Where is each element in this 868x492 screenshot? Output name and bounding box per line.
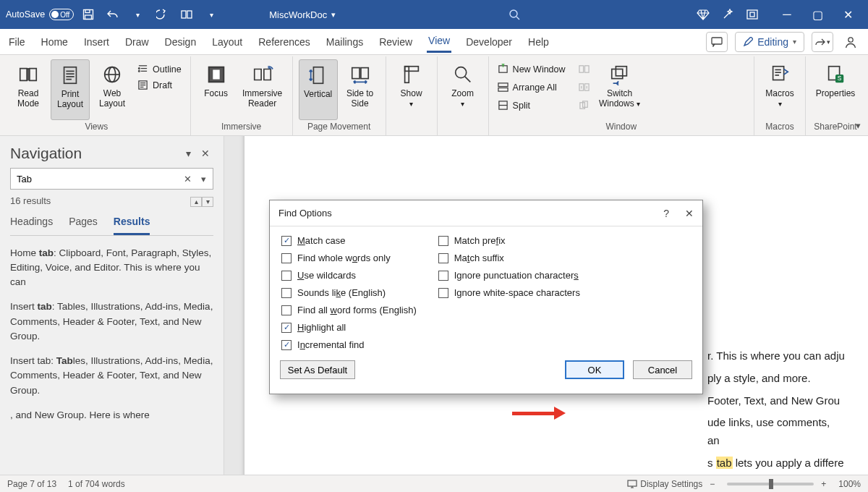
new-window-button[interactable]: New Window — [495, 62, 569, 76]
svg-rect-7 — [750, 12, 754, 17]
status-page[interactable]: Page 7 of 13 — [7, 479, 56, 489]
checkbox-option[interactable]: Match suffix — [438, 253, 580, 263]
nav-tab-headings[interactable]: Headings — [10, 213, 53, 235]
checkbox-label: Highlight all — [297, 322, 346, 333]
checkbox-option[interactable]: Find whole words only — [281, 253, 417, 263]
dialog-help-icon[interactable]: ? — [663, 208, 669, 219]
draft-button[interactable]: Draft — [135, 78, 184, 92]
svg-rect-47 — [611, 69, 622, 79]
tab-help[interactable]: Help — [527, 32, 550, 52]
checkbox-option[interactable]: Ignore punctuation characters — [438, 270, 580, 281]
checkbox-label: Use wildcards — [297, 270, 356, 281]
search-dropdown-icon[interactable]: ▾ — [196, 171, 210, 187]
redo-icon[interactable] — [152, 4, 172, 25]
nav-title: Navigation — [10, 145, 82, 162]
checkbox-option[interactable]: ✓Highlight all — [281, 322, 417, 333]
autosave-toggle[interactable]: AutoSave Off — [6, 9, 74, 20]
read-mode-button[interactable]: Read Mode — [9, 59, 48, 120]
undo-dropdown-icon[interactable]: ▾ — [127, 4, 148, 25]
minimize-icon[interactable]: ─ — [773, 4, 801, 25]
document-title[interactable]: MiscWorkDoc ▾ — [269, 9, 336, 20]
zoom-button[interactable]: Zoom▾ — [443, 59, 482, 120]
sync-scroll-button — [576, 80, 592, 94]
close-icon[interactable]: ✕ — [833, 4, 862, 25]
editing-mode-button[interactable]: Editing ▾ — [735, 32, 804, 52]
zoom-slider[interactable] — [727, 483, 814, 485]
next-result-icon[interactable]: ▾ — [202, 197, 213, 207]
clear-search-icon[interactable]: ✕ — [180, 171, 195, 187]
svg-rect-56 — [628, 480, 637, 486]
app-icon[interactable] — [742, 4, 762, 25]
nav-close-icon[interactable]: ✕ — [197, 145, 213, 161]
nav-tab-results[interactable]: Results — [114, 213, 150, 235]
qat-overflow-icon[interactable]: ▾ — [201, 4, 221, 25]
checkbox-icon — [438, 236, 448, 246]
side-to-side-button[interactable]: Side to Side — [341, 59, 380, 120]
svg-rect-4 — [187, 11, 192, 18]
collapse-ribbon-icon[interactable]: ▾ — [856, 120, 861, 131]
svg-rect-10 — [64, 67, 77, 84]
svg-point-21 — [138, 68, 140, 69]
checkbox-option[interactable]: Match prefix — [438, 235, 580, 246]
list-item[interactable]: Insert tab: Tables, Illustrations, Add-i… — [10, 300, 213, 344]
undo-icon[interactable] — [103, 4, 123, 25]
tab-references[interactable]: References — [257, 32, 312, 52]
qat-icon[interactable] — [176, 4, 197, 25]
zoom-in-icon[interactable]: + — [821, 479, 831, 489]
tab-home[interactable]: Home — [40, 32, 69, 52]
tab-design[interactable]: Design — [163, 32, 198, 52]
list-item[interactable]: , and New Group. Here is where — [10, 408, 213, 423]
wand-icon[interactable] — [718, 4, 738, 25]
immersive-reader-button[interactable]: Immersive Reader — [239, 59, 286, 120]
arrange-all-button[interactable]: Arrange All — [495, 80, 569, 94]
checkbox-option[interactable]: ✓Match case — [281, 235, 417, 246]
tab-layout[interactable]: Layout — [210, 32, 244, 52]
checkbox-icon: ✓ — [281, 340, 292, 350]
checkbox-option[interactable]: Ignore white-space characters — [438, 287, 580, 298]
tab-review[interactable]: Review — [378, 32, 414, 52]
checkbox-option[interactable]: Sounds like (English) — [281, 287, 417, 298]
list-item[interactable]: Home tab: Clipboard, Font, Paragraph, St… — [10, 246, 213, 290]
outline-button[interactable]: Outline — [135, 62, 184, 76]
dialog-close-icon[interactable]: ✕ — [685, 208, 694, 219]
tab-mailings[interactable]: Mailings — [325, 32, 365, 52]
switch-windows-button[interactable]: Switch Windows ▾ — [595, 59, 644, 120]
ok-button[interactable]: OK — [565, 360, 624, 379]
vertical-button[interactable]: Vertical — [299, 59, 338, 120]
tab-insert[interactable]: Insert — [82, 32, 111, 52]
diamond-icon[interactable] — [693, 4, 713, 25]
tab-developer[interactable]: Developer — [464, 32, 514, 52]
account-icon[interactable] — [841, 32, 861, 52]
list-item[interactable]: Insert tab: Tables, Illustrations, Add-i… — [10, 354, 213, 398]
tab-view[interactable]: View — [427, 30, 451, 53]
nav-tab-pages[interactable]: Pages — [69, 213, 98, 235]
show-button[interactable]: Show▾ — [392, 59, 431, 120]
focus-button[interactable]: Focus — [197, 59, 236, 120]
status-words[interactable]: 1 of 704 words — [68, 479, 125, 489]
comments-button[interactable] — [706, 32, 728, 52]
share-button[interactable]: ▾ — [812, 32, 833, 52]
print-layout-button[interactable]: Print Layout — [51, 59, 90, 120]
zoom-level[interactable]: 100% — [838, 479, 861, 489]
checkbox-option[interactable]: ✓Incremental find — [281, 339, 417, 350]
save-icon[interactable] — [78, 4, 98, 25]
nav-chevron-down-icon[interactable]: ▾ — [180, 145, 196, 161]
tab-file[interactable]: File — [7, 32, 27, 52]
checkbox-icon: ✓ — [281, 236, 292, 246]
set-as-default-button[interactable]: Set As Default — [280, 360, 355, 379]
split-button[interactable]: Split — [495, 98, 569, 112]
zoom-out-icon[interactable]: − — [710, 479, 720, 489]
search-box[interactable] — [391, 5, 637, 24]
macros-button[interactable]: Macros▾ — [760, 59, 799, 120]
tab-draw[interactable]: Draw — [124, 32, 150, 52]
properties-button[interactable]: SProperties — [812, 59, 859, 120]
find-options-dialog: Find Options ? ✕ ✓Match caseFind whole w… — [269, 200, 703, 394]
cancel-button[interactable]: Cancel — [633, 360, 692, 379]
maximize-icon[interactable]: ▢ — [803, 4, 832, 25]
chevron-down-icon: ▾ — [793, 38, 796, 46]
checkbox-option[interactable]: Use wildcards — [281, 270, 417, 281]
web-layout-button[interactable]: Web Layout — [93, 59, 132, 120]
checkbox-option[interactable]: Find all word forms (English) — [281, 305, 417, 315]
prev-result-icon[interactable]: ▴ — [190, 197, 202, 207]
display-settings-button[interactable]: Display Settings — [627, 479, 702, 489]
